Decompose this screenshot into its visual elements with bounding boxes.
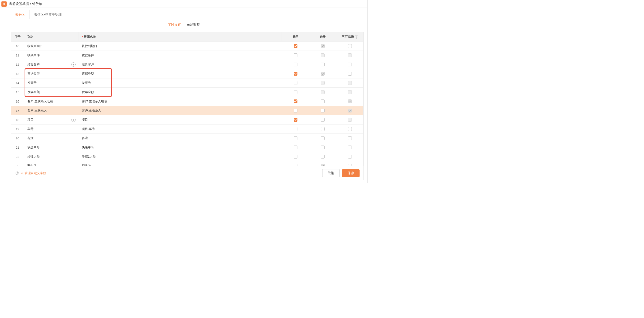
cell-displayname[interactable]: 项目.车号 xyxy=(78,124,282,134)
cell-show xyxy=(282,60,309,69)
cell-show xyxy=(282,88,309,97)
help-icon[interactable]: ? xyxy=(16,172,19,175)
region-tabs: 表头区表体区-销货单明细 xyxy=(11,10,367,19)
cell-displayname[interactable]: 发票号 xyxy=(78,78,282,88)
cell-colname: 发票金额 xyxy=(24,88,78,97)
checkbox-required xyxy=(321,44,324,48)
table-row[interactable]: 15发票金额发票金额 xyxy=(11,88,363,97)
manage-custom-fields-link[interactable]: 管理自定义字段 xyxy=(20,171,46,175)
cell-show xyxy=(282,51,309,60)
cell-displayname[interactable]: 发票金额 xyxy=(78,88,282,97)
cell-displayname[interactable]: 票据类型 xyxy=(78,69,282,78)
checkbox-show[interactable] xyxy=(294,155,298,158)
checkbox-readonly xyxy=(348,90,352,94)
table-row[interactable]: 12结算客户+结算客户 xyxy=(11,60,363,69)
cell-readonly xyxy=(336,42,363,50)
checkbox-show[interactable] xyxy=(294,127,298,131)
checkbox-show[interactable] xyxy=(294,62,298,66)
table-row[interactable]: 10收款到期日收款到期日 xyxy=(11,41,363,50)
save-button[interactable]: 保存 xyxy=(342,169,360,177)
cell-seq: 22 xyxy=(11,152,24,161)
checkbox-show[interactable] xyxy=(294,54,298,57)
table-row[interactable]: 20备注备注 xyxy=(11,134,363,143)
checkbox-readonly[interactable] xyxy=(348,146,352,149)
checkbox-readonly xyxy=(348,118,352,122)
cell-displayname[interactable]: 收款到期日 xyxy=(78,42,282,50)
table-row[interactable]: 16客户.主联系人电话客户.主联系人电话 xyxy=(11,97,363,106)
expand-sidebar-button[interactable] xyxy=(2,2,6,6)
sub-tab-1[interactable]: 布局调整 xyxy=(187,23,200,29)
checkbox-show[interactable] xyxy=(294,90,298,94)
region-tab-0[interactable]: 表头区 xyxy=(11,10,30,19)
cancel-button[interactable]: 取消 xyxy=(322,169,340,177)
cell-displayname[interactable]: 结算客户 xyxy=(78,60,282,69)
table-row[interactable]: 19车号项目.车号 xyxy=(11,124,363,134)
checkbox-required[interactable] xyxy=(321,146,324,149)
checkbox-show[interactable] xyxy=(294,72,298,76)
cell-required xyxy=(309,152,336,161)
checkbox-show[interactable] xyxy=(294,109,298,112)
sub-tab-0[interactable]: 字段设置 xyxy=(168,23,181,29)
add-subfield-button[interactable]: + xyxy=(71,62,76,66)
checkbox-required[interactable] xyxy=(321,155,324,158)
checkbox-readonly[interactable] xyxy=(348,127,352,131)
cell-readonly xyxy=(336,97,363,106)
cell-readonly xyxy=(336,78,363,88)
checkbox-required[interactable] xyxy=(321,62,324,66)
cell-colname: 收款条件 xyxy=(24,51,78,60)
cell-displayname[interactable]: 步骤1人员 xyxy=(78,152,282,161)
cell-displayname[interactable]: 客户.主联系人 xyxy=(78,106,282,115)
cell-displayname[interactable]: 收款条件 xyxy=(78,51,282,60)
checkbox-show[interactable] xyxy=(294,136,298,140)
checkbox-readonly xyxy=(348,54,352,57)
checkbox-required xyxy=(321,90,324,94)
footer-right: 取消 保存 xyxy=(322,169,360,177)
add-subfield-button[interactable]: + xyxy=(71,118,76,122)
cell-readonly xyxy=(336,134,363,143)
cell-required xyxy=(309,97,336,106)
help-icon[interactable]: ? xyxy=(355,35,358,38)
table-row[interactable]: 11收款条件收款条件 xyxy=(11,50,363,60)
cell-displayname[interactable]: 客户.主联系人电话 xyxy=(78,97,282,106)
checkbox-required[interactable] xyxy=(321,127,324,131)
col-header-readonly: 不可编辑 ? xyxy=(336,32,363,41)
cell-required xyxy=(309,143,336,152)
region-tab-1[interactable]: 表体区-销货单明细 xyxy=(30,10,66,19)
checkbox-readonly[interactable] xyxy=(348,62,352,66)
table-row[interactable]: 17客户.主联系人客户.主联系人 xyxy=(11,106,363,115)
checkbox-required[interactable] xyxy=(321,118,324,122)
cell-colname: 收款到期日 xyxy=(24,42,78,50)
cell-displayname[interactable]: 备注 xyxy=(78,134,282,143)
cell-displayname[interactable]: 快递单号 xyxy=(78,143,282,152)
checkbox-readonly[interactable] xyxy=(348,155,352,158)
cell-seq: 17 xyxy=(11,106,24,115)
checkbox-readonly[interactable] xyxy=(348,136,352,140)
checkbox-readonly[interactable] xyxy=(348,44,352,48)
checkbox-show[interactable] xyxy=(294,100,298,103)
checkbox-required[interactable] xyxy=(321,109,324,112)
table-row[interactable]: 18项目+项目 xyxy=(11,115,363,124)
sub-tabs: 字段设置布局调整 xyxy=(0,23,367,29)
cell-seq: 12 xyxy=(11,60,24,69)
cell-readonly xyxy=(336,51,363,60)
checkbox-show[interactable] xyxy=(294,146,298,149)
cell-colname: 票据类型 xyxy=(24,69,78,78)
checkbox-show[interactable] xyxy=(294,118,298,122)
checkbox-required xyxy=(321,81,324,85)
cell-required xyxy=(309,115,336,124)
col-header-name: 列名 xyxy=(24,32,78,41)
checkbox-show[interactable] xyxy=(294,44,298,48)
cell-displayname[interactable]: 项目 xyxy=(78,115,282,124)
table-row[interactable]: 14发票号发票号 xyxy=(11,78,363,88)
chevron-double-right-icon xyxy=(2,2,6,6)
table-row[interactable]: 13票据类型票据类型 xyxy=(11,69,363,78)
manage-custom-fields-label: 管理自定义字段 xyxy=(24,171,46,175)
checkbox-required[interactable] xyxy=(321,100,324,103)
table-row[interactable]: 21快递单号快递单号 xyxy=(11,143,363,152)
checkbox-readonly[interactable] xyxy=(348,72,352,76)
cell-show xyxy=(282,152,309,161)
table-row[interactable]: 22步骤人员步骤1人员 xyxy=(11,152,363,161)
checkbox-show[interactable] xyxy=(294,81,298,85)
checkbox-required[interactable] xyxy=(321,136,324,140)
cell-seq: 16 xyxy=(11,97,24,106)
